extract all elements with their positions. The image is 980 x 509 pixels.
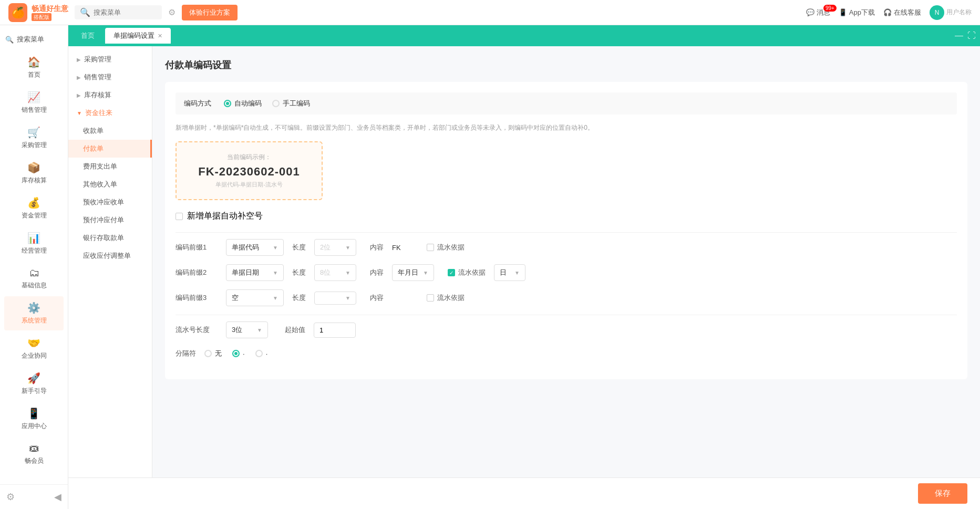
online-service-button[interactable]: 🎧 在线客服 (883, 8, 921, 17)
content2-select[interactable]: 年月日 ▼ (392, 264, 434, 281)
menu-item-adjust[interactable]: 应收应付调整单 (68, 247, 152, 265)
industry-plan-button[interactable]: 体验行业方案 (182, 5, 238, 20)
stream1-wrap: 流水依据 (427, 243, 465, 252)
search-wrap[interactable]: 🔍 (75, 5, 162, 19)
length2-label: 长度 (292, 268, 306, 277)
coding-method-label: 编码方式 (184, 99, 211, 108)
tab-minimize-icon[interactable]: — (955, 31, 963, 40)
settings-bottom-icon[interactable]: ⚙ (6, 491, 15, 503)
content1-value: FK (392, 244, 413, 252)
radio-auto-code[interactable]: 自动编码 (224, 99, 262, 108)
sep-dash-label: · (266, 350, 268, 358)
sidebar: 🔍 搜索菜单 🏠 首页 📈 销售管理 🛒 采购管理 📦 库存核算 💰 资 (0, 25, 68, 509)
sep-dot-circle (232, 350, 240, 357)
content2-label: 内容 (370, 268, 384, 277)
sidebar-item-newbie[interactable]: 🚀 新手引导 (4, 367, 64, 401)
length3-select[interactable]: ▼ (314, 292, 356, 305)
main-content-area: 付款单编码设置 编码方式 自动编码 手工编码 (152, 46, 980, 477)
sidebar-search[interactable]: 🔍 搜索菜单 (0, 29, 68, 49)
search-icon: 🔍 (80, 7, 90, 17)
tab-close-icon[interactable]: ✕ (158, 33, 162, 39)
arrow-icon: ▶ (77, 57, 81, 63)
length2-value: 8位 (320, 268, 331, 277)
prefix3-label: 编码前缀3 (176, 293, 218, 303)
prefix3-select[interactable]: 空 ▼ (226, 289, 284, 306)
prefix1-value: 单据代码 (232, 243, 259, 252)
radio-auto-label: 自动编码 (234, 99, 262, 108)
content1-label: 内容 (370, 243, 384, 252)
sep-dot[interactable]: · (232, 350, 245, 358)
length1-select[interactable]: 2位 ▼ (314, 239, 356, 256)
app-download-button[interactable]: 📱 App下载 (839, 8, 875, 17)
sidebar-item-basic[interactable]: 🗂 基础信息 (4, 262, 64, 295)
sidebar-item-operation[interactable]: 📊 经营管理 (4, 226, 64, 261)
menu-group-inventory-header[interactable]: ▶ 库存核算 (68, 86, 152, 104)
logo-icon: 🍊 (8, 3, 27, 22)
menu-group-purchase: ▶ 采购管理 (68, 50, 152, 68)
tab-maximize-icon[interactable]: ⛶ (967, 31, 976, 40)
menu-item-advance-payment[interactable]: 预付冲应付单 (68, 211, 152, 229)
separator-label: 分隔符 (176, 349, 196, 358)
message-icon: 💬 (806, 8, 814, 16)
sidebar-item-enterprise[interactable]: 🤝 企业协同 (4, 331, 64, 366)
chevron-down-icon: ▼ (423, 270, 428, 276)
prefix2-value: 单据日期 (232, 268, 259, 277)
prefix3-value: 空 (232, 293, 239, 303)
sidebar-label-operation: 经营管理 (22, 246, 47, 255)
tab-code-settings[interactable]: 单据编码设置 ✕ (105, 28, 171, 44)
save-button[interactable]: 保存 (918, 483, 967, 504)
menu-group-inventory: ▶ 库存核算 (68, 86, 152, 104)
page-title: 付款单编码设置 (165, 59, 967, 71)
newbie-icon: 🚀 (27, 372, 40, 385)
length2-select[interactable]: 8位 ▼ (314, 264, 356, 281)
separator-row: 分隔符 无 · · (176, 349, 957, 358)
auto-fill-checkbox[interactable] (176, 213, 183, 220)
sidebar-item-system[interactable]: ⚙️ 系统管理 (4, 296, 64, 330)
app-name: 畅通好生意 (32, 4, 68, 13)
menu-group-purchase-header[interactable]: ▶ 采购管理 (68, 50, 152, 68)
prefix2-select[interactable]: 单据日期 ▼ (226, 264, 284, 281)
menu-group-sales-header[interactable]: ▶ 销售管理 (68, 68, 152, 86)
sidebar-item-vip[interactable]: 🎟 畅会员 (4, 437, 64, 471)
sep-dash[interactable]: · (255, 350, 268, 358)
finance-icon: 💰 (27, 196, 40, 209)
start-value-label: 起始值 (285, 325, 305, 335)
app-download-label: App下载 (849, 8, 875, 17)
gear-icon[interactable]: ⚙ (168, 7, 176, 17)
menu-item-receipt[interactable]: 收款单 (68, 122, 152, 140)
stream-period-select[interactable]: 日 ▼ (494, 264, 525, 281)
message-button[interactable]: 💬 消息 99+ (806, 8, 830, 17)
sidebar-nav: 🔍 搜索菜单 🏠 首页 📈 销售管理 🛒 采购管理 📦 库存核算 💰 资 (0, 25, 68, 484)
sidebar-item-home[interactable]: 🏠 首页 (4, 50, 64, 85)
app-icon: 📱 (27, 407, 40, 420)
menu-item-advance-receipt[interactable]: 预收冲应收单 (68, 193, 152, 211)
sidebar-item-sales[interactable]: 📈 销售管理 (4, 86, 64, 120)
menu-item-expense[interactable]: 费用支出单 (68, 158, 152, 175)
menu-item-other-income[interactable]: 其他收入单 (68, 175, 152, 193)
sidebar-item-inventory[interactable]: 📦 库存核算 (4, 156, 64, 190)
sidebar-label-system: 系统管理 (22, 316, 47, 325)
sidebar-item-app[interactable]: 📱 应用中心 (4, 402, 64, 436)
basic-icon: 🗂 (29, 267, 39, 279)
sidebar-label-enterprise: 企业协同 (22, 351, 47, 360)
start-value-input[interactable] (314, 323, 356, 338)
menu-group-funds-header[interactable]: ▼ 资金往来 (68, 104, 152, 122)
search-input[interactable] (94, 8, 157, 16)
collapse-icon[interactable]: ◀ (54, 491, 61, 503)
user-avatar[interactable]: N 用户名称 (930, 5, 972, 20)
sidebar-item-purchase[interactable]: 🛒 采购管理 (4, 121, 64, 155)
arrow-icon: ▶ (77, 75, 81, 80)
tab-home[interactable]: 首页 (73, 28, 103, 44)
prefix1-select[interactable]: 单据代码 ▼ (226, 239, 284, 256)
menu-item-bank[interactable]: 银行存取款单 (68, 229, 152, 247)
auto-fill-row: 新增单据自动补空号 (176, 211, 957, 222)
sidebar-item-finance[interactable]: 💰 资金管理 (4, 191, 64, 225)
radio-manual-code[interactable]: 手工编码 (272, 99, 310, 108)
stream3-checkbox[interactable] (427, 294, 434, 302)
stream2-checkbox[interactable]: ✓ (448, 269, 455, 276)
serial-length-select[interactable]: 3位 ▼ (226, 321, 268, 338)
sales-icon: 📈 (27, 91, 40, 103)
stream1-checkbox[interactable] (427, 244, 434, 251)
sep-none[interactable]: 无 (204, 349, 222, 358)
menu-item-payment[interactable]: 付款单 (68, 140, 152, 158)
